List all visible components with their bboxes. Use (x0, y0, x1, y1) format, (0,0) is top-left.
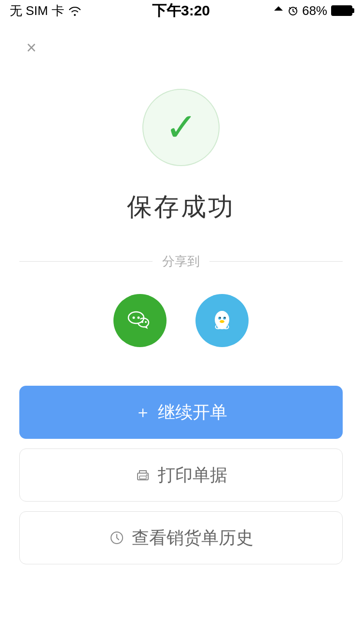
svg-point-3 (138, 317, 140, 319)
status-bar-time: 下午3:20 (152, 1, 210, 21)
wechat-icon (125, 305, 155, 336)
status-bar: 无 SIM 卡 下午3:20 68% (0, 0, 362, 21)
share-divider: 分享到 (19, 253, 343, 270)
close-button[interactable]: × (19, 36, 43, 60)
divider-line-left (19, 261, 153, 262)
svg-point-5 (145, 321, 147, 323)
share-icons-row (113, 294, 249, 347)
success-title: 保存成功 (127, 190, 235, 224)
svg-point-2 (133, 317, 135, 319)
qq-icon (208, 306, 237, 335)
continue-order-button[interactable]: ＋ 继续开单 (19, 386, 343, 439)
main-content: × ✓ 保存成功 分享到 (0, 21, 362, 579)
battery-icon (331, 5, 352, 16)
wechat-share-button[interactable] (113, 294, 167, 347)
checkmark-icon: ✓ (165, 108, 197, 147)
history-label: 查看销货单历史 (132, 526, 253, 550)
svg-point-15 (219, 311, 225, 315)
wifi-icon (68, 5, 82, 16)
alarm-icon (288, 5, 298, 16)
status-bar-right: 68% (273, 3, 352, 18)
svg-rect-17 (139, 476, 146, 479)
qq-share-button[interactable] (195, 294, 249, 347)
share-label: 分享到 (153, 253, 209, 270)
svg-point-18 (146, 475, 148, 476)
success-circle: ✓ (142, 89, 220, 166)
continue-label: 继续开单 (158, 401, 227, 424)
svg-point-11 (220, 317, 221, 319)
battery-percent: 68% (302, 3, 327, 18)
divider-line-right (209, 261, 343, 262)
print-button[interactable]: 打印单据 (19, 448, 343, 502)
svg-point-13 (220, 320, 224, 323)
sim-label: 无 SIM 卡 (10, 2, 64, 19)
history-icon (109, 530, 125, 546)
print-label: 打印单据 (158, 463, 227, 487)
close-icon: × (26, 39, 36, 56)
printer-icon (135, 467, 151, 483)
location-icon (273, 5, 284, 16)
action-buttons: ＋ 继续开单 打印单据 查看销货单历史 (19, 386, 343, 564)
svg-point-12 (224, 317, 226, 319)
svg-point-14 (217, 323, 227, 329)
svg-point-4 (141, 321, 143, 323)
status-bar-left: 无 SIM 卡 (10, 2, 82, 19)
plus-icon: ＋ (135, 401, 151, 423)
history-button[interactable]: 查看销货单历史 (19, 511, 343, 564)
